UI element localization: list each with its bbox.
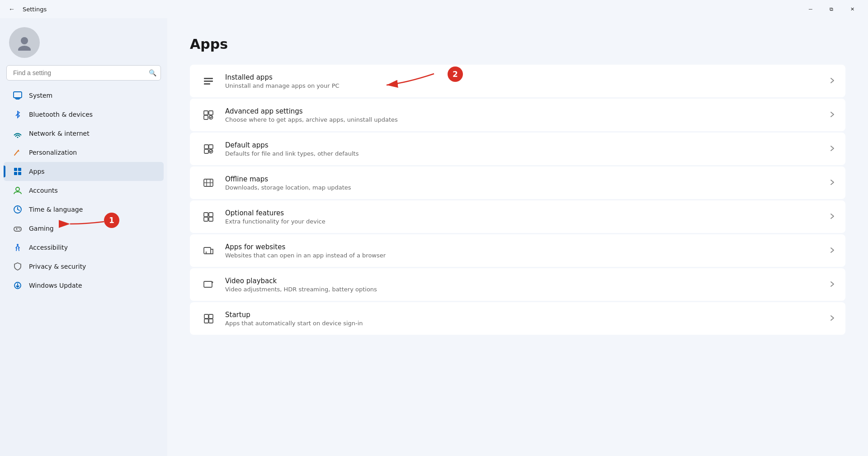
apps-icon [13,166,23,176]
svg-point-0 [21,37,28,44]
search-input[interactable] [6,65,161,81]
svg-rect-11 [14,172,17,175]
chevron-right-icon [829,315,835,323]
sidebar-item-personalization[interactable]: Personalization [4,143,164,162]
sidebar-item-label-accounts: Accounts [29,187,58,194]
settings-row-video-playback[interactable]: Video playbackVideo adjustments, HDR str… [190,268,845,301]
svg-line-16 [18,209,19,210]
settings-row-installed-apps[interactable]: Installed appsUninstall and manage apps … [190,65,845,97]
sidebar-item-privacy[interactable]: Privacy & security [4,257,164,276]
offline-maps-icon [200,174,217,191]
chevron-right-icon [829,281,835,289]
minimize-button[interactable]: ─ [800,2,821,16]
user-profile[interactable] [0,18,167,65]
privacy-icon [13,261,23,271]
gaming-icon [13,223,23,233]
sidebar-item-apps[interactable]: Apps [4,162,164,181]
sidebar-item-accessibility[interactable]: Accessibility [4,238,164,257]
settings-row-optional-features[interactable]: Optional featuresExtra functionality for… [190,200,845,233]
apps-for-websites-icon [200,242,217,259]
svg-rect-38 [209,213,213,217]
installed-apps-description: Uninstall and manage apps on your PC [225,82,824,89]
sidebar-item-windows-update[interactable]: Windows Update [4,276,164,295]
svg-rect-33 [209,145,213,149]
sidebar-item-bluetooth[interactable]: Bluetooth & devices [4,105,164,124]
apps-for-websites-description: Websites that can open in an app instead… [225,252,824,259]
svg-rect-34 [204,149,208,153]
svg-rect-45 [209,314,213,318]
sidebar-item-label-privacy: Privacy & security [29,263,86,270]
settings-row-default-apps[interactable]: Default appsDefaults for file and link t… [190,133,845,165]
search-box[interactable]: 🔍 [6,65,161,81]
sidebar-item-system[interactable]: System [4,86,164,105]
back-button[interactable]: ← [5,3,18,15]
app-title: Settings [23,6,796,13]
advanced-app-settings-text: Advanced app settingsChoose where to get… [225,107,824,123]
svg-rect-41 [204,247,211,254]
apps-for-websites-text: Apps for websitesWebsites that can open … [225,243,824,259]
video-playback-icon [200,276,217,293]
svg-rect-28 [204,111,208,115]
svg-point-1 [18,46,31,51]
offline-maps-description: Downloads, storage location, map updates [225,184,824,191]
video-playback-description: Video adjustments, HDR streaming, batter… [225,286,824,293]
installed-apps-text: Installed appsUninstall and manage apps … [225,73,824,89]
svg-rect-42 [204,281,212,287]
svg-rect-44 [204,314,208,318]
offline-maps-title: Offline maps [225,175,824,183]
svg-rect-39 [204,217,208,221]
video-playback-text: Video playbackVideo adjustments, HDR str… [225,277,824,293]
default-apps-text: Default appsDefaults for file and link t… [225,141,824,157]
svg-rect-2 [14,92,22,98]
advanced-app-settings-title: Advanced app settings [225,107,824,115]
sidebar-item-label-accessibility: Accessibility [29,244,68,251]
svg-rect-9 [14,168,17,171]
system-icon [13,90,23,100]
settings-row-apps-for-websites[interactable]: Apps for websitesWebsites that can open … [190,234,845,267]
svg-rect-26 [204,81,213,82]
sidebar-item-label-apps: Apps [29,168,45,175]
svg-rect-25 [204,78,213,79]
maximize-button[interactable]: ⧉ [821,2,842,16]
default-apps-description: Defaults for file and link types, other … [225,150,824,157]
svg-rect-27 [204,83,210,85]
close-button[interactable]: ✕ [842,2,863,16]
sidebar-item-label-bluetooth: Bluetooth & devices [29,111,93,118]
accessibility-icon [13,242,23,252]
startup-title: Startup [225,311,824,319]
default-apps-icon [200,140,217,157]
settings-row-startup[interactable]: StartupApps that automatically start on … [190,302,845,335]
chevron-right-icon [829,247,835,255]
chevron-right-icon [829,111,835,119]
sidebar-item-network[interactable]: Network & internet [4,124,164,143]
sidebar-item-label-time: Time & language [29,206,83,213]
svg-rect-40 [209,217,213,221]
advanced-app-settings-icon [200,106,217,124]
content-area: Apps 2 Installed appsUninstall and manag… [167,18,868,456]
accounts-icon [13,185,23,195]
startup-text: StartupApps that automatically start on … [225,311,824,327]
sidebar: 🔍 SystemBluetooth & devicesNetwork & int… [0,18,167,456]
default-apps-title: Default apps [225,141,824,149]
installed-apps-title: Installed apps [225,73,824,81]
sidebar-item-accounts[interactable]: Accounts [4,181,164,200]
windows-update-icon [13,280,23,290]
sidebar-item-label-windows-update: Windows Update [29,282,82,289]
settings-list: 2 Installed appsUninstall and manage app… [190,65,845,335]
settings-row-offline-maps[interactable]: Offline mapsDownloads, storage location,… [190,166,845,199]
svg-rect-32 [204,145,208,149]
window-controls: ─ ⧉ ✕ [800,2,863,16]
svg-rect-12 [18,172,21,175]
chevron-right-icon [829,213,835,221]
sidebar-item-time[interactable]: Time & language [4,200,164,219]
sidebar-item-gaming[interactable]: Gaming [4,219,164,238]
svg-rect-30 [204,115,208,119]
settings-row-advanced-app-settings[interactable]: Advanced app settingsChoose where to get… [190,99,845,131]
nav-list: SystemBluetooth & devicesNetwork & inter… [0,86,167,295]
svg-rect-47 [209,319,213,323]
svg-point-21 [19,229,20,230]
video-playback-title: Video playback [225,277,824,285]
optional-features-description: Extra functionality for your device [225,218,824,225]
chevron-right-icon [829,179,835,187]
bluetooth-icon [13,109,23,119]
